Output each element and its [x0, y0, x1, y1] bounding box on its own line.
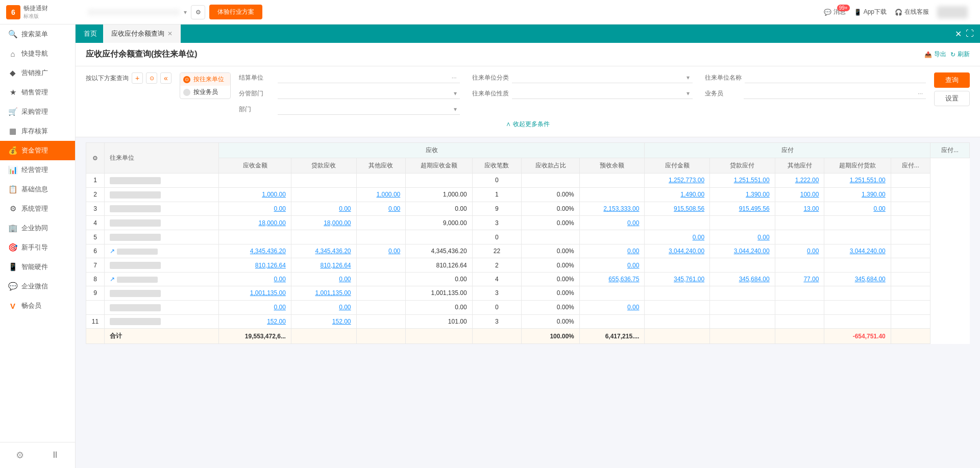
- breadcrumb-input[interactable]: [88, 10, 180, 15]
- footer-label: 合计: [105, 329, 219, 344]
- sidebar-item-member[interactable]: V 畅会员: [0, 296, 75, 315]
- dropdown-arrow[interactable]: ▾: [184, 9, 187, 16]
- th-payable-suffix-col: 应付...: [930, 143, 969, 158]
- sidebar-item-search[interactable]: 🔍 搜索菜单: [0, 24, 75, 44]
- system-icon: ⚙: [8, 204, 17, 213]
- export-button[interactable]: 📤 导出: [924, 50, 946, 59]
- edit-scheme-button[interactable]: ⊙: [146, 72, 157, 84]
- table-row: 91,001,135.001,001,135.001,001,135.0030.…: [86, 286, 970, 300]
- table-area: ⚙ 往来单位 应收 应付 应付... 应收金额 贷款应收 其他应收 超期应收金额: [76, 137, 980, 468]
- filter-area: 按以下方案查询 + ⊙ « ⊙ 按往来单位 按业务员: [76, 66, 980, 137]
- dept-label: 部门: [239, 105, 275, 114]
- sidebar-item-purchase[interactable]: 🛒 采购管理: [0, 102, 75, 121]
- th-prepaid-balance: 预收余额: [579, 158, 645, 174]
- collapse-icon: ∧: [506, 120, 512, 128]
- message-icon: 💬: [824, 9, 831, 16]
- collapse-button[interactable]: ⏸: [40, 447, 71, 464]
- add-scheme-button[interactable]: +: [132, 72, 143, 84]
- collapse-label: 收起更多条件: [513, 120, 550, 128]
- chevron-down-icon4: ▾: [454, 106, 457, 113]
- scheme-panel: ⊙ 按往来单位 按业务员: [180, 72, 231, 99]
- th-other-payable: 其他应付: [775, 158, 824, 174]
- marketing-icon: ◆: [8, 68, 17, 78]
- sidebar-item-wechat[interactable]: 💬 企业微信: [0, 277, 75, 296]
- scheme-item-salesperson[interactable]: 按业务员: [180, 86, 230, 98]
- query-button[interactable]: 查询: [934, 72, 970, 88]
- collapse-bar[interactable]: ∧ 收起更多条件: [86, 118, 970, 131]
- footer-empty4: [406, 329, 472, 344]
- operation-icon: 📊: [8, 165, 17, 175]
- footer-receivable-total: 19,553,472,6...: [219, 329, 291, 344]
- filter-field-partner-nature: 往来单位性质 ▾: [472, 88, 693, 99]
- th-partner: 往来单位: [105, 143, 219, 174]
- tab-receivable[interactable]: 应收应付余额查询 ✕: [103, 24, 181, 43]
- page-header: 应收应付余额查询(按往来单位) 📤 导出 ↻ 刷新: [76, 43, 980, 66]
- download-icon: 📱: [854, 9, 862, 16]
- dept-select[interactable]: ▾: [278, 104, 460, 115]
- th-receivable-loan: 贷款应收: [291, 158, 356, 174]
- th-settings[interactable]: ⚙: [86, 143, 105, 174]
- tab-maximize-button[interactable]: ⛶: [966, 29, 974, 38]
- sidebar-bottom: ⚙ ⏸: [0, 442, 75, 468]
- sidebar-label-capital: 资金管理: [21, 146, 48, 155]
- table-container: ⚙ 往来单位 应收 应付 应付... 应收金额 贷款应收 其他应收 超期应收金额: [86, 137, 970, 344]
- salesperson-input[interactable]: ···: [744, 88, 926, 99]
- data-table: ⚙ 往来单位 应收 应付 应付... 应收金额 贷款应收 其他应收 超期应收金额: [86, 142, 970, 344]
- footer-empty8: [775, 329, 824, 344]
- tab-close-window-button[interactable]: ✕: [955, 29, 962, 39]
- chevron-down-icon2: ▾: [454, 90, 457, 97]
- gear-button[interactable]: ⚙: [191, 5, 205, 19]
- settings-bottom-button[interactable]: ⚙: [4, 447, 36, 464]
- sidebar-label-member: 畅会员: [21, 301, 41, 310]
- salesperson-dots: ···: [918, 90, 923, 97]
- scheme-item-partner[interactable]: ⊙ 按往来单位: [180, 73, 230, 86]
- th-receivable-amount: 应收金额: [219, 158, 291, 174]
- table-settings-icon[interactable]: ⚙: [92, 155, 98, 162]
- sidebar-item-enterprise[interactable]: 🏢 企业协同: [0, 218, 75, 238]
- footer-empty5: [472, 329, 522, 344]
- tab-home[interactable]: 首页: [78, 24, 103, 43]
- th-receivable-count: 应收笔数: [472, 158, 522, 174]
- partner-nature-select[interactable]: ▾: [512, 88, 693, 99]
- settlement-input[interactable]: ···: [278, 72, 460, 83]
- sidebar-item-system[interactable]: ⚙ 系统管理: [0, 199, 75, 218]
- user-info[interactable]: [937, 6, 968, 18]
- inventory-icon: ▦: [8, 127, 17, 136]
- app-download-button[interactable]: 📱 App下载: [854, 8, 887, 16]
- sidebar-item-sales[interactable]: ★ 销售管理: [0, 83, 75, 102]
- service-button[interactable]: 🎧 在线客服: [895, 8, 929, 16]
- hardware-icon: 📱: [8, 262, 17, 272]
- partner-cat-select[interactable]: ▾: [512, 72, 693, 83]
- sidebar-item-marketing[interactable]: ◆ 营销推广: [0, 63, 75, 83]
- tab-bar: 首页 应收应付余额查询 ✕ ✕ ⛶: [76, 24, 980, 43]
- member-icon: V: [8, 302, 17, 310]
- message-button[interactable]: 💬 消息 99+: [824, 8, 846, 16]
- table-row: 30.000.000.000.0090.00%2,153,333.00915,5…: [86, 202, 970, 216]
- solution-button[interactable]: 体验行业方案: [209, 5, 262, 19]
- partner-name-input[interactable]: [745, 72, 926, 83]
- footer-receivable-ratio: 100.00%: [522, 329, 580, 344]
- filter-field-partner-name: 往来单位名称: [705, 72, 926, 83]
- setting-button[interactable]: 设置: [934, 91, 970, 106]
- sidebar-item-operation[interactable]: 📊 经营管理: [0, 160, 75, 180]
- footer-empty6: [645, 329, 710, 344]
- th-receivable-ratio: 应收款占比: [522, 158, 580, 174]
- sidebar-item-hardware[interactable]: 📱 智能硬件: [0, 257, 75, 277]
- sidebar-label-system: 系统管理: [21, 204, 48, 213]
- footer-payable-total: -654,751.40: [824, 329, 891, 344]
- sidebar-item-inventory[interactable]: ▦ 库存核算: [0, 121, 75, 141]
- collapse-scheme-button[interactable]: «: [160, 72, 172, 84]
- sidebar-label-quick: 快捷导航: [21, 49, 48, 58]
- sidebar-item-basic[interactable]: 📋 基础信息: [0, 180, 75, 199]
- dept-manage-select[interactable]: ▾: [278, 88, 460, 99]
- sidebar-item-capital[interactable]: 💰 资金管理: [0, 141, 75, 160]
- download-label: App下载: [864, 8, 887, 16]
- footer-empty9: [891, 329, 930, 344]
- basic-icon: 📋: [8, 185, 17, 194]
- service-icon: 🎧: [895, 9, 902, 16]
- tab-close-icon[interactable]: ✕: [167, 30, 173, 37]
- sidebar-item-quick[interactable]: ⌂ 快捷导航: [0, 44, 75, 63]
- sidebar-item-guide[interactable]: 🎯 新手引导: [0, 238, 75, 257]
- logo-icon: 6: [6, 5, 20, 19]
- refresh-button[interactable]: ↻ 刷新: [950, 50, 970, 59]
